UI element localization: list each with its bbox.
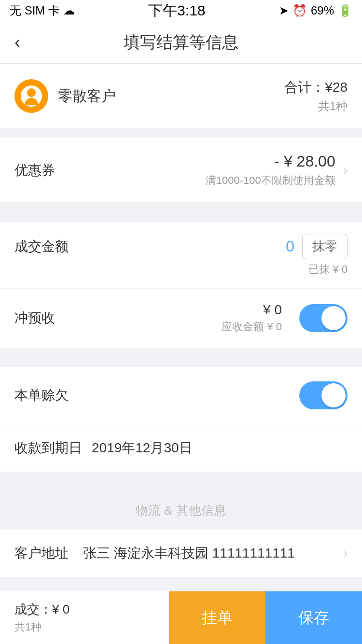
toggle-knob bbox=[321, 306, 346, 330]
transaction-card: 成交金额 抹零 已抹 ¥ 0 冲预收 ¥ 0 应收金额 ¥ 0 bbox=[0, 222, 362, 348]
round-zero-button[interactable]: 抹零 bbox=[302, 234, 348, 259]
bottom-summary: 成交：¥ 0 共1种 bbox=[0, 601, 169, 634]
coupon-label: 优惠券 bbox=[14, 161, 55, 180]
pre-receive-right: ¥ 0 应收金额 ¥ 0 bbox=[222, 302, 348, 334]
transaction-label: 成交金额 bbox=[14, 238, 69, 256]
pre-receive-sub: 应收金额 ¥ 0 bbox=[222, 320, 282, 334]
customer-right: 合计：¥28 共1种 bbox=[284, 78, 348, 114]
nav-bar: ‹ 填写结算等信息 bbox=[0, 21, 362, 64]
total-count: 共1种 bbox=[284, 98, 348, 114]
transaction-amount-row: 成交金额 抹零 已抹 ¥ 0 bbox=[0, 222, 362, 289]
pre-receive-label: 冲预收 bbox=[14, 309, 55, 327]
pre-receive-value: ¥ 0 bbox=[222, 302, 282, 318]
section-divider-1 bbox=[0, 212, 362, 222]
bottom-bar: 成交：¥ 0 共1种 挂单 保存 bbox=[0, 591, 362, 644]
coupon-card[interactable]: 优惠券 - ¥ 28.00 满1000-100不限制使用金额 › bbox=[0, 138, 362, 203]
due-date-value: 2019年12月30日 bbox=[92, 439, 193, 457]
pre-receive-values: ¥ 0 应收金额 ¥ 0 bbox=[222, 302, 282, 334]
sim-status: 无 SIM 卡 ☁ bbox=[10, 3, 75, 18]
due-date-row[interactable]: 收款到期日 2019年12月30日 bbox=[0, 424, 362, 472]
battery-level: 69% bbox=[311, 4, 334, 17]
avatar-inner bbox=[21, 85, 42, 107]
address-chevron-icon: › bbox=[343, 546, 348, 561]
total-amount: 合计：¥28 bbox=[284, 78, 348, 97]
hold-button[interactable]: 挂单 bbox=[169, 591, 265, 644]
battery-icon: 🔋 bbox=[338, 4, 352, 17]
bottom-deal-value: ¥ 0 bbox=[52, 602, 70, 616]
debt-toggle-knob bbox=[321, 383, 346, 407]
coupon-row[interactable]: 优惠券 - ¥ 28.00 满1000-100不限制使用金额 › bbox=[0, 138, 362, 203]
page-title: 填写结算等信息 bbox=[124, 31, 238, 54]
bottom-count: 共1种 bbox=[14, 620, 154, 634]
bottom-deal-label: 成交： bbox=[14, 602, 52, 616]
address-value: 张三 海淀永丰科技园 11111111111 bbox=[83, 544, 343, 562]
transaction-amount-input[interactable] bbox=[237, 238, 294, 255]
debt-row: 本单赊欠 bbox=[0, 367, 362, 424]
avatar bbox=[14, 79, 48, 113]
logistics-section: 物流 & 其他信息 bbox=[0, 491, 362, 530]
customer-row: 零散客户 合计：¥28 共1种 bbox=[0, 64, 362, 128]
debt-label: 本单赊欠 bbox=[14, 386, 69, 405]
coupon-right-col: - ¥ 28.00 满1000-100不限制使用金额 bbox=[206, 153, 335, 188]
debt-toggle[interactable] bbox=[299, 381, 348, 409]
already-zeroed: 已抹 ¥ 0 bbox=[14, 262, 348, 277]
transaction-right: 抹零 bbox=[237, 234, 348, 259]
customer-card: 零散客户 合计：¥28 共1种 bbox=[0, 64, 362, 128]
alarm-icon: ⏰ bbox=[292, 4, 307, 17]
status-bar: 无 SIM 卡 ☁ 下午3:18 ➤ ⏰ 69% 🔋 bbox=[0, 0, 362, 21]
status-right: ➤ ⏰ 69% 🔋 bbox=[279, 4, 352, 17]
address-card[interactable]: 客户地址 张三 海淀永丰科技园 11111111111 › bbox=[0, 530, 362, 577]
status-left: 无 SIM 卡 ☁ bbox=[10, 3, 75, 18]
due-date-label: 收款到期日 bbox=[14, 439, 82, 457]
address-row[interactable]: 客户地址 张三 海淀永丰科技园 11111111111 › bbox=[0, 530, 362, 577]
coupon-right: - ¥ 28.00 满1000-100不限制使用金额 › bbox=[206, 153, 348, 188]
section-divider-2 bbox=[0, 357, 362, 367]
pre-receive-toggle[interactable] bbox=[299, 304, 348, 332]
section-divider-3 bbox=[0, 481, 362, 491]
logistics-label: 物流 & 其他信息 bbox=[136, 502, 226, 519]
transaction-amount-top: 成交金额 抹零 bbox=[14, 234, 348, 259]
save-button[interactable]: 保存 bbox=[265, 591, 362, 644]
address-label: 客户地址 bbox=[14, 544, 69, 562]
location-icon: ➤ bbox=[279, 4, 289, 17]
coupon-discount: - ¥ 28.00 bbox=[206, 153, 335, 170]
customer-name: 零散客户 bbox=[58, 86, 116, 106]
coupon-chevron-icon: › bbox=[343, 163, 348, 178]
pre-receive-row: 冲预收 ¥ 0 应收金额 ¥ 0 bbox=[0, 289, 362, 348]
status-time: 下午3:18 bbox=[148, 1, 205, 21]
coupon-desc: 满1000-100不限制使用金额 bbox=[206, 173, 335, 188]
customer-left: 零散客户 bbox=[14, 79, 116, 113]
debt-card: 本单赊欠 收款到期日 2019年12月30日 bbox=[0, 367, 362, 472]
bottom-deal: 成交：¥ 0 bbox=[14, 601, 154, 618]
back-button[interactable]: ‹ bbox=[14, 32, 20, 53]
